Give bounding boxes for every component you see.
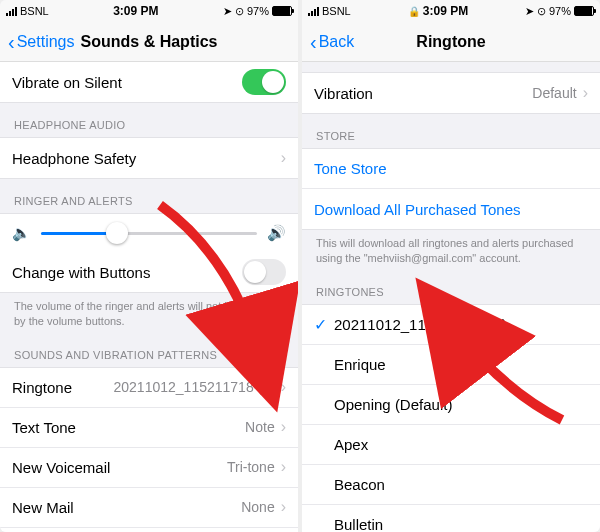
chevron-left-icon: ‹ [8,32,15,52]
battery-icon [574,6,594,16]
signal-icon [6,7,17,16]
ringtone-item-label: Apex [334,436,588,453]
ringtone-item[interactable]: Apex [302,425,600,465]
ringer-alerts-header: RINGER AND ALERTS [0,191,298,213]
ringtone-item-label: Opening (Default) [334,396,588,413]
text-tone-row[interactable]: Text Tone Note › [0,408,298,448]
chevron-right-icon: › [583,84,588,102]
battery-icon [272,6,292,16]
back-button[interactable]: ‹ Back [310,32,354,52]
vibrate-on-silent-row[interactable]: Vibrate on Silent [0,62,298,102]
status-bar: BSNL 3:09 PM ➤ ⊙ 97% [0,0,298,22]
chevron-right-icon: › [281,149,286,167]
chevron-left-icon: ‹ [310,32,317,52]
download-purchased-row[interactable]: Download All Purchased Tones [302,189,600,229]
text-tone-value: Note [245,419,275,435]
volume-slider[interactable] [41,232,257,235]
change-with-buttons-label: Change with Buttons [12,264,242,281]
checkmark-icon: ✓ [314,315,334,334]
new-mail-label: New Mail [12,499,241,516]
carrier-label: BSNL [20,5,49,17]
vibration-value: Default [532,85,576,101]
ringtone-item-selected[interactable]: ✓ 20211012_115211718 (1) [302,305,600,345]
lock-icon: 🔒 [408,6,420,17]
store-footer: This will download all ringtones and ale… [302,230,600,270]
vibration-row[interactable]: Vibration Default › [302,73,600,113]
status-bar: BSNL 🔒 3:09 PM ➤ ⊙ 97% [302,0,600,22]
carrier-label: BSNL [322,5,351,17]
volume-slider-row[interactable]: 🔈 🔊 [0,214,298,252]
speaker-high-icon: 🔊 [267,224,286,242]
ringer-alerts-footer: The volume of the ringer and alerts will… [0,293,298,333]
back-button[interactable]: ‹ Settings [8,32,74,52]
tone-store-label: Tone Store [314,160,588,177]
ringtone-item[interactable]: Beacon [302,465,600,505]
sent-mail-row[interactable]: Sent Mail Swoosh › [0,528,298,532]
ringtone-item-label: Enrique [334,356,588,373]
sounds-haptics-screen: BSNL 3:09 PM ➤ ⊙ 97% ‹ Settings Sounds &… [0,0,298,532]
new-mail-row[interactable]: New Mail None › [0,488,298,528]
ringtone-item[interactable]: Opening (Default) [302,385,600,425]
status-time: 3:09 PM [423,4,468,18]
headphone-audio-header: HEADPHONE AUDIO [0,115,298,137]
ringtone-item[interactable]: Bulletin [302,505,600,532]
new-voicemail-value: Tri-tone [227,459,275,475]
alarm-icon: ⊙ [537,5,546,18]
ringtone-value: 20211012_115211718 (1) [114,379,275,395]
new-voicemail-row[interactable]: New Voicemail Tri-tone › [0,448,298,488]
back-label: Settings [17,33,75,51]
text-tone-label: Text Tone [12,419,245,436]
ringtone-item-label: 20211012_115211718 (1) [334,316,588,333]
signal-icon [308,7,319,16]
nav-bar: ‹ Settings Sounds & Haptics [0,22,298,62]
sounds-patterns-header: SOUNDS AND VIBRATION PATTERNS [0,345,298,367]
headphone-safety-label: Headphone Safety [12,150,281,167]
ringtones-header: RINGTONES [302,282,600,304]
alarm-icon: ⊙ [235,5,244,18]
location-icon: ➤ [525,5,534,18]
back-label: Back [319,33,355,51]
store-header: STORE [302,126,600,148]
headphone-safety-row[interactable]: Headphone Safety › [0,138,298,178]
battery-percent: 97% [247,5,269,17]
new-mail-value: None [241,499,274,515]
ringtone-row[interactable]: Ringtone 20211012_115211718 (1) › [0,368,298,408]
speaker-low-icon: 🔈 [12,224,31,242]
tone-store-row[interactable]: Tone Store [302,149,600,189]
new-voicemail-label: New Voicemail [12,459,227,476]
vibrate-on-silent-toggle[interactable] [242,69,286,95]
status-time: 3:09 PM [49,4,223,18]
ringtone-item[interactable]: Enrique [302,345,600,385]
chevron-right-icon: › [281,378,286,396]
nav-bar: ‹ Back Ringtone [302,22,600,62]
chevron-right-icon: › [281,458,286,476]
vibration-label: Vibration [314,85,532,102]
change-with-buttons-toggle[interactable] [242,259,286,285]
chevron-right-icon: › [281,498,286,516]
vibrate-on-silent-label: Vibrate on Silent [12,74,242,91]
ringtone-screen: BSNL 🔒 3:09 PM ➤ ⊙ 97% ‹ Back Ringtone [302,0,600,532]
ringtone-label: Ringtone [12,379,114,396]
location-icon: ➤ [223,5,232,18]
battery-percent: 97% [549,5,571,17]
ringtone-item-label: Beacon [334,476,588,493]
change-with-buttons-row[interactable]: Change with Buttons [0,252,298,292]
chevron-right-icon: › [281,418,286,436]
download-purchased-label: Download All Purchased Tones [314,201,588,218]
ringtone-item-label: Bulletin [334,516,588,532]
